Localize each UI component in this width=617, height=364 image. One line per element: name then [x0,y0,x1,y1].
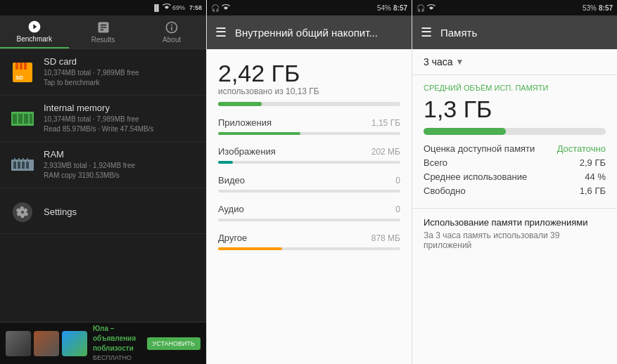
category-other[interactable]: Другое 878 МБ [218,233,400,250]
tab-about[interactable]: About [137,15,206,48]
battery-text: 69% [172,4,185,11]
status-right-2: 54% 8:57 [377,4,407,12]
svg-rect-8 [24,114,28,124]
stat-row-availability: Оценка доступной памяти Достаточно [424,143,606,154]
category-name-other: Другое [218,233,247,243]
benchmark-panel: ▐▌ 69% 7:58 Benchmark Results About [0,0,206,364]
category-video[interactable]: Видео 0 [218,175,400,193]
battery-2: 54% [377,4,391,12]
category-size-images: 202 МБ [371,147,400,157]
category-bar-video [218,190,400,193]
bench-title-internal: Internal memory [44,103,154,113]
memory-content: 3 часа ▼ Средний объём исп. памяти 1,3 Г… [412,49,617,364]
ad-thumb-1 [6,331,31,356]
category-row-images: Изображения 202 МБ [218,146,400,157]
wifi-icon-3 [427,4,435,11]
svg-rect-11 [13,162,16,169]
storage-progress-fill [218,102,262,106]
status-icons-1: ▐▌ 69% 7:58 [152,4,202,12]
tab-benchmark[interactable]: Benchmark [0,15,69,48]
status-left-3: 🎧 [416,4,435,12]
ad-banner: Юла – объявления поблизости БЕСПЛАТНО УС… [0,322,206,364]
toolbar-title-3: Память [440,27,477,39]
time-2: 8:57 [393,4,407,12]
bench-text-settings: Settings [44,207,77,219]
storage-progress-bar [218,102,400,106]
bench-item-ram[interactable]: RAM 2,933MB total · 1,924MB free RAM cop… [0,142,206,188]
status-bar-1: ▐▌ 69% 7:58 [0,0,206,15]
category-bar-other [218,247,400,250]
toolbar-2: ☰ Внутренний общий накопит... [207,15,412,49]
bench-line2-internal: Read 85.97MB/s · Write 47.54MB/s [44,124,154,134]
apps-memory-title: Использование памяти приложениями [424,217,606,228]
stat-row-free: Свободно 1,6 ГБ [424,186,606,196]
svg-rect-18 [27,158,28,161]
svg-rect-7 [18,114,23,124]
ad-thumb-3 [62,331,87,356]
status-left-2: 🎧 [211,4,230,12]
stat-row-total: Всего 2,9 ГБ [424,157,606,168]
svg-rect-13 [22,162,25,169]
status-right-3: 53% 8:57 [583,4,613,12]
svg-rect-12 [18,162,20,169]
tab-about-label: About [163,36,181,44]
ad-text: Юла – объявления поблизости БЕСПЛАТНО [87,324,147,363]
category-bar-apps [218,132,400,135]
svg-rect-15 [14,158,15,161]
stat-value-free: 1,6 ГБ [580,186,606,196]
time-selector[interactable]: 3 часа ▼ [412,49,617,75]
bench-line1-sd-card: 10,374MB total · 7,989MB free [44,68,139,78]
time-selector-value: 3 часа [424,56,453,67]
settings-icon [8,198,37,226]
toolbar-3: ☰ Память [412,15,617,49]
storage-used-subtitle: использовано из 10,13 ГБ [218,86,400,96]
svg-rect-17 [23,158,24,161]
ram-icon [8,151,37,179]
apps-memory-section: Использование памяти приложениями За 3 ч… [412,209,617,259]
bench-text-sd-card: SD card 10,374MB total · 7,989MB free Ta… [44,56,139,88]
stat-row-avg-use: Среднее использование 44 % [424,171,606,182]
storage-used-value: 2,42 ГБ [218,60,400,86]
avg-memory-title: Средний объём исп. памяти [424,84,606,92]
ad-install-button[interactable]: УСТАНОВИТЬ [147,337,201,350]
svg-rect-14 [26,162,29,169]
wifi-icon-2 [222,4,230,11]
category-audio[interactable]: Аудио 0 [218,204,400,221]
category-row-other: Другое 878 МБ [218,233,400,243]
category-row-audio: Аудио 0 [218,204,400,214]
category-size-video: 0 [395,176,400,186]
category-apps[interactable]: Приложения 1,15 ГБ [218,117,400,135]
svg-rect-6 [13,114,17,124]
ad-thumb-2 [34,331,59,356]
bench-item-internal[interactable]: Internal memory 10,374MB total · 7,989MB… [0,96,206,142]
headphone-icon-3: 🎧 [416,4,425,12]
bench-item-sd-card[interactable]: SD SD card 10,374MB total · 7,989MB free… [0,49,206,96]
bench-text-internal: Internal memory 10,374MB total · 7,989MB… [44,103,154,134]
category-bar-audio [218,219,400,221]
bench-title-sd-card: SD card [44,56,139,67]
avg-memory-progress-fill [424,128,506,135]
stat-label-total: Всего [424,157,447,168]
stat-value-avg-use: 44 % [585,171,606,182]
ad-thumbnails [6,331,87,356]
category-name-video: Видео [218,175,245,186]
status-bar-2: 🎧 54% 8:57 [207,0,412,15]
category-images[interactable]: Изображения 202 МБ [218,146,400,164]
category-row-video: Видео 0 [218,175,400,186]
storage-panel: 🎧 54% 8:57 ☰ Внутренний общий накопит...… [206,0,412,364]
menu-icon-2[interactable]: ☰ [215,25,227,40]
bench-line1-internal: 10,374MB total · 7,989MB free [44,115,154,124]
svg-point-19 [13,202,32,222]
bench-text-ram: RAM 2,933MB total · 1,924MB free RAM cop… [44,149,135,181]
tab-results[interactable]: Results [69,15,138,48]
signal-icon: ▐▌ [152,4,161,11]
category-bar-fill-other [218,247,282,250]
status-bar-3: 🎧 53% 8:57 [412,0,617,15]
menu-icon-3[interactable]: ☰ [421,25,432,40]
bench-item-settings[interactable]: Settings [0,191,206,234]
tab-bar: Benchmark Results About [0,15,206,49]
ad-sub: БЕСПЛАТНО [93,353,141,363]
toolbar-title-2: Внутренний общий накопит... [235,27,378,39]
category-size-apps: 1,15 ГБ [371,118,400,128]
avg-memory-value: 1,3 ГБ [424,96,606,122]
